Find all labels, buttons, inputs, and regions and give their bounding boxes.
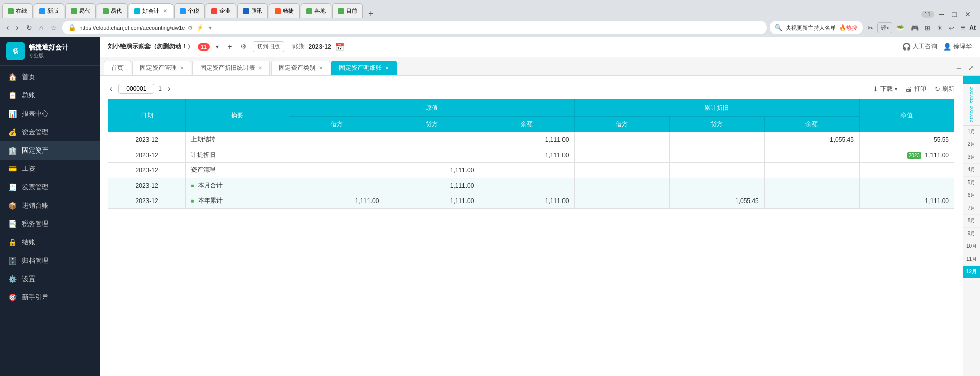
tab-label: 固定资产管理 [140,64,177,72]
tab-depreciation-stats[interactable]: 固定资产折旧统计表 ✕ [192,61,270,75]
search-bar[interactable]: 🔍 央视更新主持人名单 🔥热搜 [770,21,863,34]
month-4[interactable]: 4月 [963,164,980,177]
dropdown-icon[interactable]: ▾ [209,24,212,31]
add-account-button[interactable]: + [225,42,234,52]
browser-tab-1[interactable]: 在线 [2,3,33,18]
month-5[interactable]: 5月 [963,177,980,189]
close-icon[interactable]: ✕ [163,8,167,14]
sidebar-item-archive[interactable]: 🗄️ 归档管理 [0,252,100,270]
customer-service-button[interactable]: 🎧 人工咨询 [902,42,937,51]
wallet-btn[interactable]: 🥗 [894,23,906,33]
switch-version-button[interactable]: 切到旧版 [253,41,284,52]
sidebar-item-reports[interactable]: 📊 报表中心 [0,105,100,123]
period-date-end[interactable]: 2023.12 [968,105,975,123]
month-7[interactable]: 7月 [963,202,980,215]
cell-orig-balance: 1,111.00 [479,193,574,209]
calendar-icon[interactable]: 📅 [335,43,344,51]
table-row[interactable]: 2023-12 上期结转 1,111.00 1,055.45 55.55 [108,132,954,147]
browser-tab-10[interactable]: 各地 [301,3,331,18]
account-select-dropdown[interactable]: ▾ [214,43,221,51]
bookmark-button[interactable]: ☆ [48,22,59,33]
month-8[interactable]: 8月 [963,215,980,228]
month-2[interactable]: 2月 [963,138,980,151]
cell-orig-balance: 1,111.00 [479,132,574,147]
browser-tab-11[interactable]: 目前 [332,3,363,18]
game-btn[interactable]: 🎮 [909,23,921,33]
ledger-icon: 📋 [8,91,17,99]
maximize-panel-button[interactable]: ⤢ [966,63,976,73]
month-10[interactable]: 10月 [963,240,980,253]
prev-page-button[interactable]: ‹ [108,84,114,93]
month-9[interactable]: 9月 [963,228,980,240]
cell-net-value: 2023 1,111.00 [859,147,954,163]
theme-btn[interactable]: ☀ [935,23,945,33]
minimize-button[interactable]: ─ [936,10,947,18]
browser-tab-6[interactable]: 个税 [174,3,205,18]
print-button[interactable]: 🖨 打印 [905,85,926,93]
download-button[interactable]: ⬇ 下载 ▾ [873,85,897,93]
close-icon[interactable]: ✕ [385,65,389,71]
next-page-button[interactable]: › [166,84,173,93]
month-12-active[interactable]: 12月 [963,266,980,278]
sidebar-item-guide[interactable]: 🎯 新手引导 [0,288,100,307]
browser-tab-7[interactable]: 企业 [206,3,236,18]
month-1[interactable]: 1月 [963,126,980,138]
month-3[interactable]: 3月 [963,151,980,164]
back-button[interactable]: ‹ [4,22,11,33]
sidebar-item-tax[interactable]: 📑 税务管理 [0,215,100,233]
cell-orig-balance [479,163,574,178]
sidebar-item-ledger[interactable]: 📋 总账 [0,86,100,105]
close-window-button[interactable]: ✕ [962,10,974,18]
tab-asset-category[interactable]: 固定资产类别 ✕ [271,61,330,75]
sidebar-item-invoice[interactable]: 🧾 发票管理 [0,178,100,196]
home-button[interactable]: ⌂ [37,22,45,33]
user-avatar-button[interactable]: 👤 徐译华 [943,42,972,51]
url-bar[interactable]: 🔒 https://cloud.chanjet.com/accounting/u… [62,21,767,34]
month-11[interactable]: 11月 [963,253,980,266]
th-orig-balance: 余额 [479,117,574,132]
th-original-value: 原值 [289,99,574,117]
page-number-input[interactable] [118,84,154,94]
tab-label: 企业 [219,7,231,15]
browser-tab-8[interactable]: 腾讯 [237,3,268,18]
sidebar-item-home[interactable]: 🏠 首页 [0,68,100,86]
tab-home[interactable]: 首页 [104,61,131,75]
forward-button[interactable]: › [14,22,20,33]
browser-tab-5-active[interactable]: 好会计 ✕ [129,3,173,18]
cell-summary: ■ 本年累计 [186,193,289,209]
sidebar-item-fixed-assets[interactable]: 🏢 固定资产 [0,141,100,160]
reload-button[interactable]: ↻ [24,22,34,33]
month-6[interactable]: 6月 [963,189,980,202]
browser-tab-2[interactable]: 新版 [34,3,64,18]
cell-accum-debit [574,163,669,178]
period-date-start[interactable]: 2023.12 [968,86,975,105]
sidebar-item-inventory[interactable]: 📦 进销台账 [0,196,100,215]
browser-toolbar: ✂ 译• 🥗 🎮 ⊞ ☀ ↩ ≡ At [866,22,976,33]
scissors-icon-btn[interactable]: ✂ [866,23,875,33]
grid-btn[interactable]: ⊞ [923,23,933,33]
sidebar-item-funds[interactable]: 💰 资金管理 [0,123,100,141]
tab-fixed-assets-mgmt[interactable]: 固定资产管理 ✕ [132,61,191,75]
close-icon[interactable]: ✕ [258,65,262,71]
sidebar-item-close[interactable]: 🔒 结账 [0,233,100,252]
close-icon[interactable]: ✕ [180,65,184,71]
translate-btn[interactable]: 译• [877,22,892,33]
maximize-button[interactable]: □ [949,10,960,18]
browser-tab-9[interactable]: 畅捷 [269,3,300,18]
close-icon[interactable]: ✕ [318,65,323,71]
table-row[interactable]: 2023-12 计提折旧 1,111.00 2023 1,111.00 [108,147,954,163]
browser-tab-3[interactable]: 易代 [65,3,96,18]
minimize-panel-button[interactable]: ─ [954,63,963,73]
refresh-button[interactable]: ↻ 刷新 [935,85,954,93]
new-tab-button[interactable]: + [364,9,378,18]
notification-badge[interactable]: 11 [921,11,934,18]
table-row[interactable]: 2023-12 资产清理 1,111.00 [108,163,954,178]
browser-tab-4[interactable]: 易代 [97,3,128,18]
tab-asset-detail-active[interactable]: 固定资产明细账 ✕ [331,61,397,75]
site-info-icon: ⚙ [188,24,193,31]
history-btn[interactable]: ↩ [947,23,957,33]
sidebar-item-settings[interactable]: ⚙️ 设置 [0,270,100,288]
menu-btn[interactable]: ≡ [959,22,967,33]
settings-icon-btn[interactable]: ⚙ [238,43,249,51]
sidebar-item-payroll[interactable]: 💳 工资 [0,160,100,178]
